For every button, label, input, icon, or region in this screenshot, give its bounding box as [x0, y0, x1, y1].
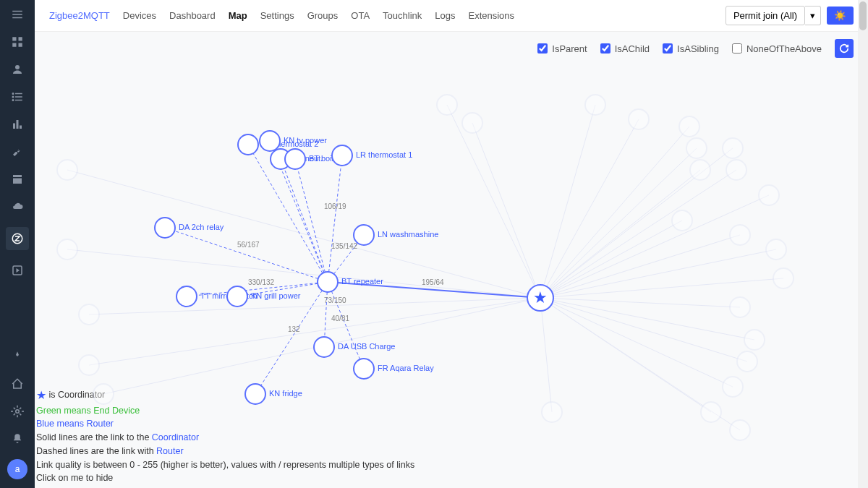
device-node-faded[interactable] [729, 296, 751, 318]
svg-line-28 [540, 170, 700, 298]
device-bubble[interactable] [226, 286, 248, 307]
play-icon[interactable] [10, 263, 25, 278]
device-bubble[interactable] [331, 145, 353, 166]
svg-line-24 [540, 119, 639, 298]
device-node-faded[interactable] [729, 419, 751, 441]
device-bubble[interactable] [176, 286, 197, 307]
device-node-faded[interactable] [461, 112, 483, 134]
device-node[interactable]: KN fridge [244, 383, 266, 405]
device-node-faded[interactable] [628, 108, 650, 130]
filter-isparent[interactable]: IsParent [537, 43, 587, 54]
device-node-faded[interactable] [686, 137, 707, 159]
device-bubble[interactable] [313, 336, 335, 358]
device-node[interactable]: FR Aqara Relay [353, 358, 375, 380]
device-node-faded[interactable] [736, 351, 758, 372]
nav-touchlink[interactable]: Touchlink [383, 10, 422, 21]
svg-line-22 [472, 123, 540, 298]
link-quality-label: 56/167 [237, 241, 260, 249]
device-node-faded[interactable] [722, 137, 744, 159]
device-node-faded[interactable] [93, 383, 114, 405]
device-node-faded[interactable] [56, 239, 78, 260]
device-node-faded[interactable] [678, 116, 700, 137]
zigbee-icon[interactable] [6, 227, 29, 250]
nav-ota[interactable]: OTA [351, 10, 370, 21]
device-bubble[interactable] [284, 148, 306, 170]
pin-icon[interactable] [10, 349, 25, 364]
device-node[interactable]: BT repeater [317, 271, 339, 293]
device-node[interactable]: BT boiler [284, 148, 306, 170]
device-node[interactable]: KN grill power [226, 286, 248, 307]
device-node[interactable]: DA 2ch relay [154, 217, 176, 239]
permit-join-button[interactable]: Permit join (All) [726, 6, 805, 25]
device-node-faded[interactable] [541, 401, 563, 423]
device-node-faded[interactable] [729, 224, 751, 246]
home-icon[interactable] [10, 377, 25, 391]
chart-icon[interactable] [10, 117, 25, 132]
permit-join-dropdown[interactable]: ▾ [805, 6, 821, 25]
device-label: KN fridge [269, 389, 302, 398]
store-icon[interactable] [10, 172, 25, 187]
checkbox-none[interactable] [732, 43, 742, 53]
device-label: BT repeater [341, 277, 383, 286]
device-node-faded[interactable] [744, 329, 765, 351]
coordinator-node[interactable]: ★ [527, 284, 554, 312]
menu-icon[interactable] [10, 7, 25, 22]
wrench-icon[interactable] [10, 145, 25, 159]
bell-icon[interactable] [10, 432, 25, 446]
checkbox-isachild[interactable] [600, 43, 610, 53]
device-label: DA USB Charge [338, 342, 395, 351]
device-node[interactable]: TT mirror switch [176, 286, 197, 307]
scrollbar-track[interactable] [858, 0, 868, 488]
filter-isasibling[interactable]: IsASibling [663, 43, 719, 54]
svg-line-21 [447, 105, 540, 298]
device-node-faded[interactable] [700, 401, 722, 423]
brand-link[interactable]: Zigbee2MQTT [49, 10, 110, 21]
cloud-icon[interactable] [10, 200, 25, 214]
nav-logs[interactable]: Logs [435, 10, 455, 21]
device-node-faded[interactable] [765, 239, 787, 260]
checkbox-isasibling[interactable] [663, 43, 673, 53]
checkbox-isparent[interactable] [537, 43, 548, 53]
filter-none[interactable]: NoneOfTheAbove [732, 43, 822, 54]
user-icon[interactable] [10, 62, 25, 77]
device-node-faded[interactable] [773, 267, 794, 289]
device-node-faded[interactable] [671, 210, 693, 231]
device-node-faded[interactable] [726, 159, 747, 181]
gear-icon[interactable] [10, 404, 25, 419]
device-node-faded[interactable] [689, 159, 711, 181]
nav-groups[interactable]: Groups [307, 10, 339, 21]
device-bubble[interactable] [244, 383, 266, 405]
device-node-faded[interactable] [722, 376, 744, 398]
scrollbar-thumb[interactable] [859, 1, 867, 30]
dashboard-icon[interactable] [10, 35, 25, 49]
refresh-button[interactable] [835, 39, 854, 58]
nav-settings[interactable]: Settings [260, 10, 294, 21]
app-sidebar: a [0, 0, 35, 488]
device-bubble[interactable] [154, 217, 176, 239]
map-canvas[interactable]: ★ is Coordinator Green means End Device … [35, 65, 868, 488]
device-node[interactable]: LR thermostat 2 [237, 134, 259, 155]
main-panel: Zigbee2MQTT Devices Dashboard Map Settin… [35, 0, 868, 488]
svg-line-38 [540, 298, 733, 387]
nav-map[interactable]: Map [229, 10, 247, 21]
theme-toggle-button[interactable]: ☀️ [827, 7, 854, 25]
device-bubble[interactable] [317, 271, 339, 293]
nav-devices[interactable]: Devices [123, 10, 156, 21]
device-bubble[interactable] [353, 358, 375, 380]
nav-dashboard[interactable]: Dashboard [169, 10, 216, 21]
filter-isachild[interactable]: IsAChild [600, 43, 650, 54]
device-node-faded[interactable] [78, 354, 100, 376]
device-node-faded[interactable] [436, 94, 458, 116]
device-node-faded[interactable] [758, 184, 780, 206]
device-node-faded[interactable] [56, 159, 78, 181]
device-bubble[interactable] [237, 134, 259, 155]
list-icon[interactable] [10, 90, 25, 104]
link-quality-label: 330/132 [248, 278, 274, 286]
device-node[interactable]: DA USB Charge [313, 336, 335, 358]
device-node[interactable]: LR thermostat 1 [331, 145, 353, 166]
avatar[interactable]: a [7, 459, 27, 479]
nav-extensions[interactable]: Extensions [468, 10, 514, 21]
device-node-faded[interactable] [78, 304, 100, 325]
device-node-faded[interactable] [584, 94, 606, 116]
map-controls: IsParent IsAChild IsASibling NoneOfTheAb… [35, 32, 868, 65]
